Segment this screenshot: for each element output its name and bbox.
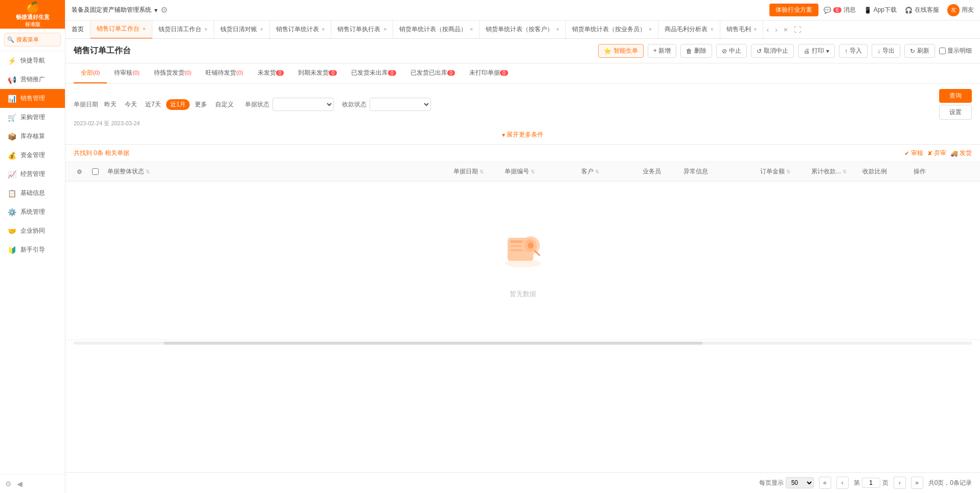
sidebar-item-guide[interactable]: 🔰 新手引导 [0, 240, 65, 259]
review-toolbar-btn[interactable]: ✔ 审核 [904, 149, 923, 158]
tab-close-icon[interactable]: × [143, 26, 146, 32]
search-menu-button[interactable]: 🔍 搜索菜单 [4, 33, 61, 47]
page-number-input[interactable] [862, 478, 880, 488]
cancel-review-toolbar-btn[interactable]: ✘ 弃审 [927, 149, 946, 158]
import-button[interactable]: ↑ 导入 [839, 44, 868, 58]
tabs-maximize-btn[interactable]: ⛶ [791, 26, 804, 34]
sub-tab-all[interactable]: 全部(0) [74, 63, 107, 83]
tab-close-icon[interactable]: × [470, 27, 473, 32]
refresh-button[interactable]: ↻ 刷新 [904, 44, 935, 58]
th-settings[interactable]: ⚙ [74, 162, 89, 181]
th-date[interactable]: 单据日期 ⇅ [450, 162, 502, 181]
settings-bottom-icon[interactable]: ⚙ [5, 480, 12, 488]
user-menu[interactable]: 友 用友 [947, 4, 974, 16]
per-page-select[interactable]: 50 20 100 [786, 477, 814, 488]
sidebar-item-basic[interactable]: 📋 基础信息 [0, 184, 65, 203]
payment-select[interactable] [370, 98, 431, 111]
sub-tab-overdue[interactable]: 到期未发货0 [291, 63, 344, 83]
custom-date-btn[interactable]: 自定义 [212, 99, 237, 110]
th-amount[interactable]: 订单金额 ⇅ [757, 162, 808, 181]
tab-sales-stat-staff[interactable]: 销货单统计表（按业务员） × [566, 20, 658, 39]
tab-sales-workbench[interactable]: 销售订单工作台 × [90, 20, 152, 39]
th-received[interactable]: 累计收款... ⇅ [808, 162, 859, 181]
next-page-btn[interactable]: › [894, 477, 906, 489]
tabs-close-all-btn[interactable]: × [781, 26, 791, 34]
th-number[interactable]: 单据编号 ⇅ [502, 162, 578, 181]
set-button[interactable]: 设置 [939, 105, 972, 120]
topbar-dropdown-icon[interactable]: ▾ [154, 7, 157, 14]
sub-tab-shipped-not-out[interactable]: 已发货未出库0 [344, 63, 403, 83]
message-button[interactable]: 💬 6 消息 [824, 6, 856, 14]
detail-checkbox-label[interactable]: 显示明细 [939, 47, 972, 55]
today-btn[interactable]: 今天 [122, 99, 140, 110]
tab-close-icon[interactable]: × [649, 27, 652, 32]
tab-gross-profit[interactable]: 商品毛利分析表 × [658, 20, 720, 39]
query-button[interactable]: 查询 [939, 89, 972, 103]
tabs-prev-btn[interactable]: ‹ [763, 26, 772, 34]
sidebar-item-system[interactable]: ⚙️ 系统管理 [0, 203, 65, 221]
topbar-settings-icon[interactable]: ⚙ [161, 5, 168, 15]
scrollbar-thumb[interactable] [164, 342, 702, 345]
delete-button[interactable]: 🗑 删除 [680, 44, 712, 58]
sidebar-item-quick-nav[interactable]: ⚡ 快捷导航 [0, 51, 65, 70]
sidebar-item-marketing[interactable]: 📢 营销推广 [0, 70, 65, 89]
sidebar-item-purchase[interactable]: 🛒 采购管理 [0, 108, 65, 127]
tab-sales-stat-customer[interactable]: 销货单统计表（按客户） × [480, 20, 566, 39]
sub-tab-pending-inspect[interactable]: 待拣货发货(0) [147, 63, 198, 83]
prev-page-btn[interactable]: ‹ [836, 477, 849, 489]
yesterday-btn[interactable]: 昨天 [101, 99, 120, 110]
th-staff[interactable]: 业务员 [640, 162, 680, 181]
sidebar-item-operation[interactable]: 📈 经营管理 [0, 165, 65, 184]
tab-close-icon[interactable]: × [754, 27, 757, 32]
sub-tab-pending-review[interactable]: 待审核(0) [107, 63, 146, 83]
cancel-stop-button[interactable]: ↺ 取消中止 [751, 44, 794, 58]
sub-tab-shipped-out[interactable]: 已发货已出库0 [403, 63, 463, 83]
stop-button[interactable]: ⊘ 中止 [716, 44, 747, 58]
status-select[interactable] [272, 98, 334, 111]
industry-plan-button[interactable]: 体验行业方案 [769, 4, 818, 16]
th-checkbox[interactable] [89, 162, 104, 181]
tab-sales-exec[interactable]: 销售订单执行表 × [331, 20, 393, 39]
tab-close-icon[interactable]: × [260, 27, 263, 32]
smart-create-button[interactable]: ⭐ 智能生单 [598, 44, 644, 58]
expand-filter-button[interactable]: ▾ 展开更多条件 [502, 130, 543, 139]
sub-tab-not-printed[interactable]: 未打印单据0 [462, 63, 515, 83]
th-abnormal[interactable]: 异常信息 [680, 162, 757, 181]
tab-cash-reconcile[interactable]: 钱货日清对账 × [214, 20, 270, 39]
export-button[interactable]: ↓ 导出 [872, 44, 900, 58]
sub-tab-wangpu[interactable]: 旺铺待发货(0) [198, 63, 250, 83]
ship-toolbar-btn[interactable]: 🚚 发货 [950, 149, 972, 158]
tab-close-icon[interactable]: × [322, 27, 325, 32]
tab-close-icon[interactable]: × [204, 27, 208, 32]
collapse-sidebar-icon[interactable]: ◀ [17, 480, 22, 488]
tab-cash-daily[interactable]: 钱货日清工作台 × [152, 20, 214, 39]
online-service-button[interactable]: 🎧 在线客服 [905, 6, 939, 14]
more-date-btn[interactable]: 更多 [192, 99, 210, 110]
tab-sales-stat[interactable]: 销售订单统计表 × [270, 20, 332, 39]
sidebar-item-enterprise[interactable]: 🤝 企业协同 [0, 221, 65, 240]
first-page-btn[interactable]: « [819, 477, 831, 489]
tab-close-icon[interactable]: × [383, 27, 386, 32]
horizontal-scrollbar[interactable] [65, 340, 980, 346]
sidebar-item-inventory[interactable]: 📦 库存核算 [0, 127, 65, 146]
sidebar-item-finance[interactable]: 💰 资金管理 [0, 146, 65, 165]
th-status[interactable]: 单据整体状态 ⇅ [104, 162, 450, 181]
tab-close-icon[interactable]: × [556, 27, 559, 32]
tab-close-icon[interactable]: × [711, 27, 714, 32]
sub-tab-not-shipped[interactable]: 未发货0 [250, 63, 291, 83]
tab-home[interactable]: 首页 [65, 20, 90, 39]
sidebar-item-sales[interactable]: 📊 销售管理 [0, 89, 65, 108]
tabs-next-btn[interactable]: › [772, 26, 781, 34]
date-range-display: 2023-02-24 至 2023-03-24 [74, 120, 140, 127]
th-customer[interactable]: 客户 ⇅ [578, 162, 640, 181]
print-button[interactable]: 🖨 打印 ▾ [798, 44, 835, 58]
last-page-btn[interactable]: » [911, 477, 923, 489]
add-button[interactable]: + 新增 [648, 44, 676, 58]
select-all-checkbox[interactable] [92, 168, 99, 175]
last7-btn[interactable]: 近7天 [142, 99, 164, 110]
detail-checkbox[interactable] [939, 48, 946, 54]
last-month-btn[interactable]: 近1月 [166, 99, 190, 110]
app-download-button[interactable]: 📱 App下载 [864, 6, 897, 14]
tab-sales-stat-product[interactable]: 销货单统计表（按商品） × [393, 20, 480, 39]
tab-sales-profit[interactable]: 销售毛利 × [720, 20, 764, 39]
